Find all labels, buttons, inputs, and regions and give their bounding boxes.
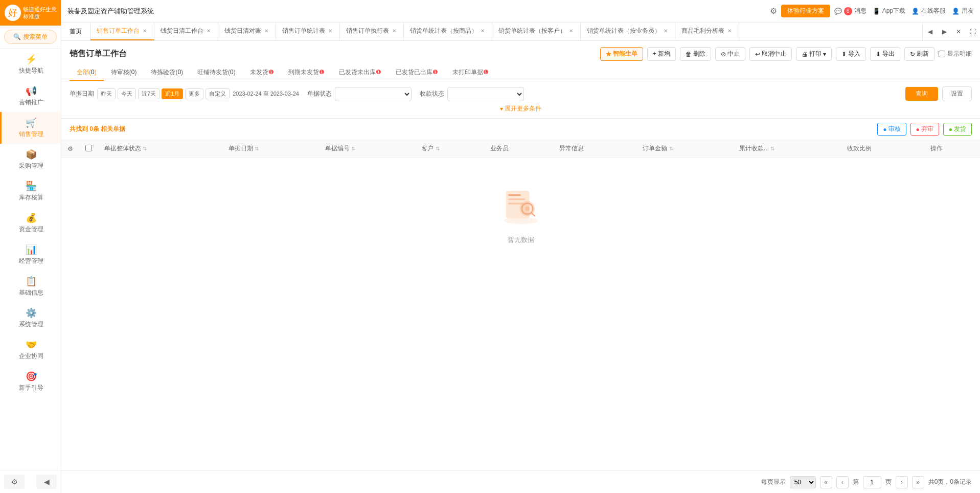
page-next-button[interactable]: › <box>896 476 908 488</box>
sidebar-item-finance[interactable]: 💰 资金管理 <box>0 207 61 239</box>
status-select[interactable] <box>335 87 412 101</box>
system-settings-button[interactable]: ⚙ <box>770 6 777 16</box>
collapse-button[interactable]: ◀ <box>36 475 57 489</box>
search-icon: 🔍 <box>13 33 21 40</box>
date-range-text: 2023-02-24 至 2023-03-24 <box>233 90 299 98</box>
tab-close-all-button[interactable]: ✕ <box>951 23 966 41</box>
sidebar-item-enterprise[interactable]: 🤝 企业协同 <box>0 334 61 366</box>
sidebar-item-marketing[interactable]: 📢 营销推广 <box>0 80 61 112</box>
tab-prev-button[interactable]: ◀ <box>923 23 937 41</box>
show-detail-checkbox[interactable] <box>939 51 945 57</box>
date-yesterday-btn[interactable]: 昨天 <box>97 88 116 99</box>
svg-rect-4 <box>508 203 523 204</box>
audit-button[interactable]: ● 审核 <box>877 123 906 136</box>
table-summary: 共找到 0条 相关单据 <box>70 125 125 133</box>
tab-close-sales-stat-customer[interactable]: ✕ <box>568 28 574 34</box>
tab-fullscreen-button[interactable]: ⛶ <box>966 23 980 41</box>
star-icon: ★ <box>606 51 611 58</box>
tab-nav-controls: ◀ ▶ ✕ ⛶ <box>922 23 980 40</box>
number-sort-icon[interactable]: ⇅ <box>351 146 355 151</box>
collection-select[interactable] <box>447 87 524 101</box>
tab-cash-daily[interactable]: 钱货日清工作台 ✕ <box>154 23 218 40</box>
tab-sales-exec[interactable]: 销售订单执行表 ✕ <box>340 23 404 40</box>
filter-tab-shipped-stocked[interactable]: 已发货已出库❶ <box>389 65 445 81</box>
app-download-icon: 📱 <box>873 8 880 15</box>
column-settings-icon[interactable]: ⚙ <box>67 145 73 152</box>
user-button[interactable]: 👤 用友 <box>952 7 974 15</box>
filter-tab-overdue-not-shipped[interactable]: 到期未发货❶ <box>281 65 332 81</box>
tab-close-sales-stat-staff[interactable]: ✕ <box>663 28 669 34</box>
sidebar-item-basic-info[interactable]: 📋 基础信息 <box>0 271 61 302</box>
page-number-input[interactable]: 1 <box>863 476 881 488</box>
cancel-audit-button[interactable]: ● 弃审 <box>910 123 939 136</box>
tab-close-cash-reconcile[interactable]: ✕ <box>263 28 269 34</box>
page-last-button[interactable]: » <box>912 476 924 488</box>
app-download-button[interactable]: 📱 App下载 <box>873 7 905 15</box>
sidebar-item-inventory[interactable]: 🏪 库存核算 <box>0 175 61 207</box>
sidebar-item-sales[interactable]: 🛒 销售管理 <box>0 112 61 144</box>
tab-sales-stat-product[interactable]: 销货单统计表（按商品） ✕ <box>404 23 492 40</box>
cancel-stop-button[interactable]: ↩ 取消中止 <box>749 47 792 61</box>
settings-button[interactable]: ⚙ <box>4 475 25 489</box>
sidebar-item-operations[interactable]: 📊 经营管理 <box>0 239 61 271</box>
page-first-button[interactable]: « <box>820 476 832 488</box>
show-detail-checkbox-label[interactable]: 显示明细 <box>939 50 972 58</box>
tab-next-button[interactable]: ▶ <box>937 23 951 41</box>
tab-close-sales-stat-product[interactable]: ✕ <box>480 28 486 34</box>
filter-tab-wangpu-pending[interactable]: 旺铺待发货(0) <box>190 65 243 81</box>
tab-cash-reconcile[interactable]: 钱货日清对账 ✕ <box>218 23 276 40</box>
status-sort-icon[interactable]: ⇅ <box>143 146 147 151</box>
tab-home[interactable]: 首页 <box>61 23 90 40</box>
workbench: 销售订单工作台 ★ 智能生单 + 新增 🗑 删除 <box>61 41 980 493</box>
tab-close-sales-order[interactable]: ✕ <box>142 28 148 34</box>
filter-tab-not-printed[interactable]: 未打印单据❶ <box>445 65 496 81</box>
smart-create-button[interactable]: ★ 智能生单 <box>600 47 643 61</box>
tab-close-sales-stat[interactable]: ✕ <box>327 28 333 34</box>
page-size-select[interactable]: 50 100 <box>790 476 816 488</box>
expand-conditions-button[interactable]: ▾ 展开更多条件 <box>500 104 541 113</box>
sidebar-item-system[interactable]: ⚙️ 系统管理 <box>0 302 61 334</box>
import-button[interactable]: ⬆ 导入 <box>836 47 866 61</box>
table-scroll-container[interactable]: ⚙ 单据整体状态 ⇅ 单据日期 <box>61 140 980 470</box>
date-custom-btn[interactable]: 自定义 <box>206 88 230 99</box>
delete-button[interactable]: 🗑 删除 <box>680 47 711 61</box>
filter-tab-pending-review[interactable]: 待审核(0) <box>104 65 144 81</box>
amount-sort-icon[interactable]: ⇅ <box>669 146 673 151</box>
tab-product-margin[interactable]: 商品毛利分析表 ✕ <box>675 23 739 40</box>
export-button[interactable]: ⬇ 导出 <box>870 47 900 61</box>
online-service-button[interactable]: 👤 在线客服 <box>911 7 946 15</box>
customer-sort-icon[interactable]: ⇅ <box>436 146 440 151</box>
date-today-btn[interactable]: 今天 <box>118 88 136 99</box>
message-button[interactable]: 💬 6 💬 消息 <box>834 7 867 15</box>
filter-tab-all[interactable]: 全部(0) <box>70 65 104 81</box>
filter-tab-not-shipped[interactable]: 未发货❶ <box>243 65 281 81</box>
sidebar-item-purchase[interactable]: 📦 采购管理 <box>0 144 61 175</box>
tab-close-sales-exec[interactable]: ✕ <box>391 28 397 34</box>
collected-sort-icon[interactable]: ⇅ <box>770 146 774 151</box>
sidebar-item-quick-nav[interactable]: ⚡ 快捷导航 <box>0 49 61 80</box>
tab-sales-stat-staff[interactable]: 销货单统计表（按业务员） ✕ <box>581 23 675 40</box>
tab-close-product-margin[interactable]: ✕ <box>726 28 733 34</box>
refresh-button[interactable]: ↻ 刷新 <box>904 47 935 61</box>
date-7days-btn[interactable]: 近7天 <box>138 88 159 99</box>
set-button[interactable]: 设置 <box>942 86 972 101</box>
page-prev-button[interactable]: ‹ <box>836 476 849 488</box>
print-button[interactable]: 🖨 打印 ▾ <box>796 47 832 61</box>
date-more-btn[interactable]: 更多 <box>185 88 203 99</box>
query-button[interactable]: 查询 <box>905 87 938 101</box>
experience-button[interactable]: 体验行业方案 <box>781 5 830 17</box>
new-button[interactable]: + 新增 <box>647 47 676 61</box>
ship-button[interactable]: ● 发货 <box>943 123 972 136</box>
filter-tab-pending-inspect[interactable]: 待拣验货(0) <box>144 65 190 81</box>
sidebar-item-guide[interactable]: 🎯 新手引导 <box>0 366 61 397</box>
stop-button[interactable]: ⊘ 中止 <box>715 47 745 61</box>
tab-sales-order[interactable]: 销售订单工作台 ✕ <box>90 23 154 40</box>
search-menu-button[interactable]: 🔍 搜索菜单 <box>4 30 57 44</box>
date-sort-icon[interactable]: ⇅ <box>255 146 259 151</box>
select-all-checkbox[interactable] <box>85 145 92 151</box>
tab-sales-stat[interactable]: 销售订单统计表 ✕ <box>276 23 340 40</box>
tab-close-cash-daily[interactable]: ✕ <box>206 28 212 34</box>
tab-sales-stat-customer[interactable]: 销货单统计表（按客户） ✕ <box>492 23 581 40</box>
date-1month-btn[interactable]: 近1月 <box>162 88 183 99</box>
filter-tab-shipped-not-stocked[interactable]: 已发货未出库❶ <box>332 65 389 81</box>
